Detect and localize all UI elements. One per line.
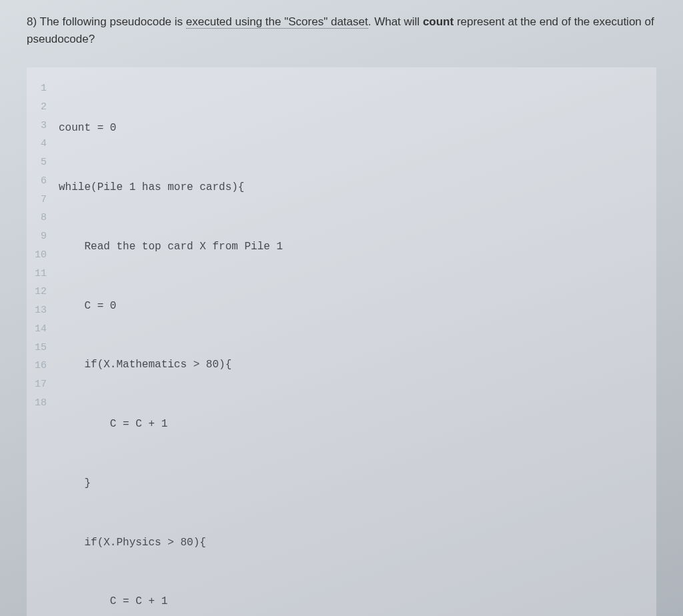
question-count-word: count bbox=[423, 15, 454, 28]
line-number: 8 bbox=[35, 209, 47, 227]
line-number: 15 bbox=[35, 339, 47, 357]
code-content: count = 0 while(Pile 1 has more cards){ … bbox=[59, 79, 283, 616]
code-line: if(X.Mathematics > 80){ bbox=[59, 355, 283, 375]
code-line: } bbox=[59, 474, 283, 494]
line-number: 3 bbox=[35, 117, 47, 135]
code-line: C = C + 1 bbox=[59, 415, 283, 435]
code-line: if(X.Physics > 80){ bbox=[59, 533, 283, 553]
line-number-gutter: 1 2 3 4 5 6 7 8 9 10 11 12 13 14 15 16 1… bbox=[35, 79, 59, 616]
question-mid: . What will bbox=[368, 15, 423, 28]
line-number: 2 bbox=[35, 98, 47, 117]
code-line: count = 0 bbox=[59, 119, 283, 139]
line-number: 5 bbox=[35, 153, 47, 172]
line-number: 16 bbox=[35, 357, 47, 375]
line-number: 10 bbox=[35, 246, 47, 265]
line-number: 4 bbox=[35, 135, 47, 153]
line-number: 14 bbox=[35, 320, 47, 339]
line-number: 11 bbox=[35, 265, 47, 283]
question-prefix: 8) The following pseudocode is bbox=[27, 15, 186, 28]
line-number: 1 bbox=[35, 79, 47, 98]
code-line: Read the top card X from Pile 1 bbox=[59, 237, 283, 257]
line-number: 6 bbox=[35, 172, 47, 191]
line-number: 17 bbox=[35, 375, 47, 394]
line-number: 12 bbox=[35, 283, 47, 301]
line-number: 18 bbox=[35, 394, 47, 413]
code-line: C = C + 1 bbox=[59, 592, 283, 612]
line-number: 13 bbox=[35, 301, 47, 320]
question-dataset-ref: executed using the "Scores" dataset bbox=[186, 15, 368, 29]
pseudocode-block: 1 2 3 4 5 6 7 8 9 10 11 12 13 14 15 16 1… bbox=[27, 67, 656, 616]
line-number: 7 bbox=[35, 191, 47, 209]
code-line: C = 0 bbox=[59, 297, 283, 317]
code-line: while(Pile 1 has more cards){ bbox=[59, 178, 283, 198]
line-number: 9 bbox=[35, 227, 47, 246]
question-text: 8) The following pseudocode is executed … bbox=[27, 13, 656, 47]
